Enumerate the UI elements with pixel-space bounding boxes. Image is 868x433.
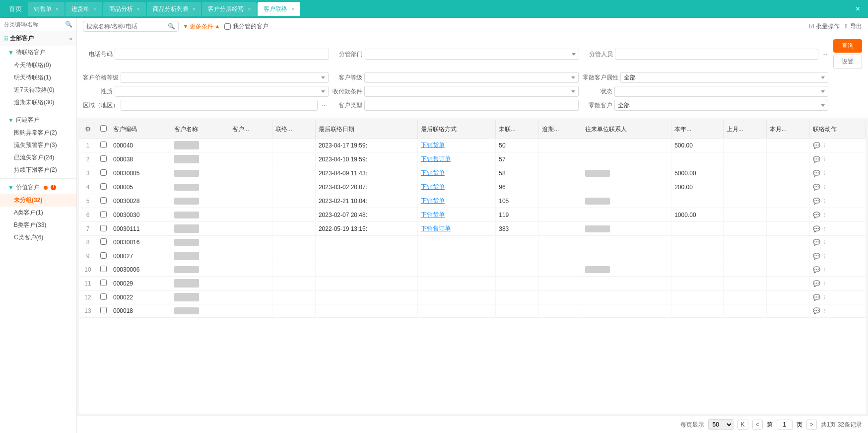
query-button[interactable]: 查询 — [833, 39, 862, 53]
chat-icon[interactable]: 💬 — [813, 239, 820, 246]
close-icon[interactable]: × — [291, 6, 294, 12]
nav-tab-analysis[interactable]: 商品分析 × — [103, 2, 146, 16]
reset-button[interactable]: 设置 — [833, 55, 862, 69]
page-size-select[interactable]: 50 100 200 — [708, 419, 734, 430]
sidebar-all-customers[interactable]: ⁝⁝ 全部客户 « — [0, 31, 76, 46]
grid-icon[interactable]: ⁝ — [823, 212, 825, 218]
th-last-method[interactable]: 最后联络方式 — [417, 120, 495, 139]
more-dots-icon[interactable]: ··· — [820, 51, 829, 58]
chat-icon[interactable]: 💬 — [813, 170, 820, 177]
close-icon[interactable]: × — [193, 6, 196, 12]
customer-level-select[interactable] — [364, 72, 578, 83]
cell-checkbox[interactable] — [97, 222, 110, 236]
th-last-month[interactable]: 上月... — [723, 120, 766, 139]
grid-icon[interactable]: ⁝ — [823, 307, 825, 314]
th-contact[interactable]: 联络... — [272, 120, 315, 139]
grid-icon[interactable]: ⁝ — [823, 225, 825, 232]
th-type[interactable]: 客户... — [229, 120, 272, 139]
th-this-month[interactable]: 本月... — [766, 120, 809, 139]
grid-icon[interactable]: ⁝ — [823, 142, 825, 149]
my-customers-checkbox[interactable] — [224, 23, 231, 30]
sidebar-item-overdue[interactable]: 逾期未联络(30) — [0, 96, 76, 109]
close-icon[interactable]: × — [248, 6, 251, 12]
dept-select[interactable] — [365, 49, 579, 60]
sidebar-collapse-icon[interactable]: « — [69, 35, 72, 42]
cell-checkbox[interactable] — [97, 208, 110, 222]
filter-more-conditions[interactable]: ▼ 更多条件 ▲ — [183, 22, 220, 31]
cell-checkbox[interactable] — [97, 152, 110, 166]
filter-search-icon[interactable]: 🔍 — [168, 23, 175, 30]
price-level-select[interactable] — [121, 72, 329, 83]
chat-icon[interactable]: 💬 — [813, 253, 820, 260]
nav-tab-analysis-list[interactable]: 商品分析列表 × — [147, 2, 201, 16]
payment-select[interactable] — [364, 86, 578, 97]
close-icon[interactable]: × — [93, 6, 96, 12]
sidebar-item-churned[interactable]: 已流失客户(24) — [0, 151, 76, 164]
sidebar-group-value[interactable]: ▼ 价值客户 ! — [0, 181, 76, 194]
cell-checkbox[interactable] — [97, 290, 110, 304]
manager-input[interactable] — [615, 49, 818, 60]
sidebar-item-today[interactable]: 今天待联络(0) — [0, 59, 76, 72]
property-select[interactable] — [115, 86, 329, 97]
nav-tab-customer-tier[interactable]: 客户分层经营 × — [202, 2, 257, 16]
customer-type-input[interactable] — [364, 100, 578, 111]
region-dots-icon[interactable]: ··· — [320, 102, 329, 109]
cell-checkbox[interactable] — [97, 249, 110, 263]
chat-icon[interactable]: 💬 — [813, 184, 820, 191]
th-overdue[interactable]: 逾期... — [539, 120, 582, 139]
next-page-button[interactable]: > — [806, 420, 817, 430]
th-settings[interactable]: ⚙ — [79, 120, 97, 139]
nav-tab-sales[interactable]: 销售单 × — [28, 2, 65, 16]
sidebar-item-7days[interactable]: 近7天待联络(0) — [0, 84, 76, 96]
sidebar-group-pending[interactable]: ▼ 待联络客户 — [0, 46, 76, 59]
grid-icon[interactable]: ⁝ — [823, 184, 825, 191]
grid-icon[interactable]: ⁝ — [823, 253, 825, 260]
cell-checkbox[interactable] — [97, 304, 110, 318]
grid-icon[interactable]: ⁝ — [823, 266, 825, 273]
status-select[interactable] — [614, 86, 828, 97]
sidebar-item-class-a[interactable]: A类客户(1) — [0, 207, 76, 219]
grid-icon[interactable]: ⁝ — [823, 294, 825, 301]
sidebar-item-class-b[interactable]: B类客户(33) — [0, 219, 76, 231]
th-name[interactable]: 客户名称 — [171, 120, 229, 139]
sidebar-item-churn-warning[interactable]: 流失预警客户(3) — [0, 139, 76, 151]
grid-icon[interactable]: ⁝ — [823, 198, 825, 205]
chat-icon[interactable]: 💬 — [813, 142, 820, 149]
first-page-button[interactable]: K — [737, 420, 748, 430]
filter-search-input[interactable] — [86, 23, 166, 30]
th-code[interactable]: 客户编码 — [110, 120, 171, 139]
export-button[interactable]: ⇧ 导出 — [844, 22, 862, 31]
grid-icon[interactable]: ⁝ — [823, 170, 825, 177]
cell-checkbox[interactable] — [97, 139, 110, 152]
chat-icon[interactable]: 💬 — [813, 280, 820, 287]
close-icon[interactable]: × — [137, 6, 140, 12]
cell-checkbox[interactable] — [97, 194, 110, 208]
th-liaison[interactable]: 往来单位联系人 — [582, 120, 671, 139]
th-checkbox[interactable] — [97, 120, 110, 139]
chat-icon[interactable]: 💬 — [813, 294, 820, 301]
chat-icon[interactable]: 💬 — [813, 225, 820, 232]
sidebar-item-declining[interactable]: 持续下滑客户(2) — [0, 164, 76, 176]
sidebar-item-class-c[interactable]: C类客户(6) — [0, 231, 76, 244]
select-all-checkbox[interactable] — [100, 125, 107, 132]
zero-attr-select[interactable]: 全部 — [620, 72, 828, 83]
chat-icon[interactable]: 💬 — [813, 156, 820, 163]
region-input[interactable] — [121, 100, 318, 111]
sidebar-search-icon[interactable]: 🔍 — [65, 21, 72, 28]
cell-checkbox[interactable] — [97, 236, 110, 249]
chat-icon[interactable]: 💬 — [813, 198, 820, 205]
sidebar-item-abnormal[interactable]: 囤购异常客户(2) — [0, 127, 76, 139]
chat-icon[interactable]: 💬 — [813, 307, 820, 314]
page-input[interactable] — [777, 420, 793, 430]
zero-customer-select[interactable]: 全部 — [614, 100, 828, 111]
phone-input[interactable] — [115, 49, 329, 60]
cell-checkbox[interactable] — [97, 263, 110, 277]
cell-checkbox[interactable] — [97, 277, 110, 290]
prev-page-button[interactable]: < — [752, 420, 763, 430]
window-close-button[interactable]: × — [852, 4, 864, 13]
nav-home[interactable]: 首页 — [4, 4, 27, 13]
th-this-year[interactable]: 本年... — [671, 120, 723, 139]
grid-icon[interactable]: ⁝ — [823, 239, 825, 246]
grid-icon[interactable]: ⁝ — [823, 280, 825, 287]
cell-checkbox[interactable] — [97, 180, 110, 194]
